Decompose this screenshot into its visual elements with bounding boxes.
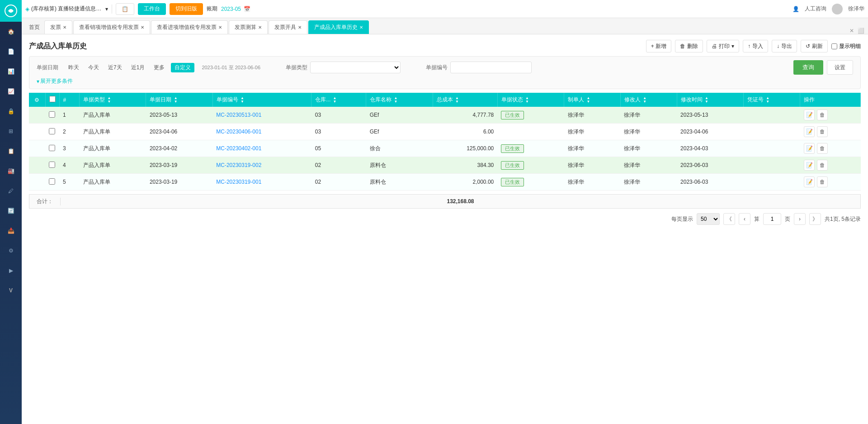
select-all-checkbox[interactable] [49, 96, 56, 102]
doc-no-link[interactable]: MC-20230319-002 [216, 162, 261, 168]
brand-dropdown-icon[interactable]: ▾ [105, 6, 108, 12]
delete-row-btn[interactable]: 🗑 [817, 176, 828, 187]
edit-btn[interactable]: 📝 [804, 176, 815, 187]
th-warehouse-code[interactable]: 仓库... ▲▼ [311, 93, 366, 107]
row-checkbox[interactable] [49, 111, 55, 118]
th-doc-date[interactable]: 单据日期 ▲▼ [146, 93, 212, 107]
tab-invoice[interactable]: 发票 ✕ [44, 20, 72, 34]
edit-btn[interactable]: 📝 [804, 126, 815, 137]
td-doc-no: MC-20230319-002 [212, 157, 311, 174]
print-btn[interactable]: 🖨 打印 ▾ [707, 40, 739, 52]
th-modify-time[interactable]: 修改时间 ▲▼ [677, 93, 743, 107]
edit-btn[interactable]: 📝 [804, 143, 815, 154]
prev-page-btn[interactable]: ‹ [739, 213, 750, 225]
sidebar-item-table[interactable]: 📋 [0, 141, 22, 161]
doc-no-input[interactable] [450, 62, 532, 73]
sidebar-item-warehouse[interactable]: 🏭 [0, 161, 22, 181]
shortcut-7days[interactable]: 近7天 [105, 63, 125, 72]
tab-sales-vat[interactable]: 查看销项增值税专用发票 ✕ [73, 20, 150, 34]
tab-invoice-close[interactable]: ✕ [63, 25, 66, 30]
td-check [45, 157, 59, 174]
delete-row-btn[interactable]: 🗑 [817, 126, 828, 137]
th-total-cost[interactable]: 总成本 ▲▼ [433, 93, 497, 107]
sidebar-item-vip[interactable]: V [0, 281, 22, 300]
period-calendar-icon[interactable]: 📅 [244, 6, 250, 12]
sidebar-item-document[interactable]: 📄 [0, 42, 22, 62]
import-btn[interactable]: ↑ 导入 [743, 40, 768, 52]
row-checkbox[interactable] [49, 145, 55, 151]
th-check[interactable] [45, 93, 59, 107]
first-page-btn[interactable]: 《 [723, 213, 735, 225]
per-page-select[interactable]: 50 100 200 [697, 213, 720, 225]
doc-no-link[interactable]: MC-20230406-001 [216, 129, 261, 135]
show-detail-checkbox[interactable] [831, 43, 837, 49]
help-label[interactable]: 人工咨询 [805, 5, 826, 13]
tab-invoice-calc[interactable]: 发票测算 ✕ [229, 20, 268, 34]
next-page-btn[interactable]: › [794, 213, 806, 225]
doc-type-select[interactable] [310, 62, 401, 73]
tab-home[interactable]: 首页 [25, 20, 43, 34]
page-input[interactable] [763, 213, 781, 225]
sidebar-item-download[interactable]: 📥 [0, 221, 22, 241]
sidebar-item-gear[interactable]: ⚙ [0, 241, 22, 261]
tab-sales-vat-close[interactable]: ✕ [141, 25, 144, 30]
doc-btn[interactable]: 📋 [116, 3, 134, 15]
workbench-btn[interactable]: 工作台 [138, 3, 166, 15]
show-detail-toggle[interactable]: 显示明细 [831, 43, 861, 50]
row-checkbox[interactable] [49, 128, 55, 134]
delete-btn[interactable]: 🗑 删除 [675, 40, 703, 52]
sidebar-item-cycle[interactable]: 🔄 [0, 201, 22, 221]
edit-btn[interactable]: 📝 [804, 160, 815, 171]
shortcut-1month[interactable]: 近1月 [128, 63, 148, 72]
shortcut-today[interactable]: 今天 [85, 63, 102, 72]
doc-no-link[interactable]: MC-20230513-001 [216, 112, 261, 118]
shortcut-yesterday[interactable]: 昨天 [66, 63, 82, 72]
td-setting [29, 124, 45, 140]
th-voucher-no[interactable]: 凭证号 ▲▼ [743, 93, 800, 107]
tab-product-history-close[interactable]: ✕ [359, 25, 363, 30]
tab-product-history[interactable]: 产成品入库单历史 ✕ [308, 20, 369, 34]
shortcut-custom[interactable]: 自定义 [171, 63, 194, 72]
refresh-btn[interactable]: ↺ 刷新 [801, 40, 828, 52]
switch-btn[interactable]: 切到旧版 [170, 3, 203, 15]
tab-invoice-open-close[interactable]: ✕ [298, 25, 302, 30]
user-name[interactable]: 徐泽华 [848, 5, 864, 13]
sidebar-item-home[interactable]: 🏠 [0, 22, 22, 42]
shortcut-more[interactable]: 更多 [151, 63, 167, 72]
tab-invoice-open[interactable]: 发票开具 ✕ [269, 20, 307, 34]
th-modifier[interactable]: 修改人 ▲▼ [620, 93, 677, 107]
row-checkbox[interactable] [49, 178, 55, 185]
setting-btn[interactable]: 设置 [827, 60, 853, 75]
export-btn[interactable]: ↓ 导出 [772, 40, 797, 52]
new-btn[interactable]: + 新增 [646, 40, 671, 52]
th-creator[interactable]: 制单人 ▲▼ [564, 93, 621, 107]
tab-invoice-calc-close[interactable]: ✕ [258, 25, 262, 30]
th-doc-no[interactable]: 单据编号 ▲▼ [212, 93, 311, 107]
th-setting[interactable]: ⚙ [29, 93, 45, 107]
tab-purchase-vat-close[interactable]: ✕ [218, 25, 222, 30]
th-doc-type[interactable]: 单据类型 ▲▼ [80, 93, 146, 107]
brand-text: (库存核算) 直播轻捷通信息技术股份... [31, 5, 104, 13]
sidebar-item-play[interactable]: ▶ [0, 261, 22, 281]
td-setting [29, 107, 45, 124]
expand-btn[interactable]: ▾ 展开更多条件 [37, 77, 853, 85]
sidebar-item-stamp[interactable]: 🖊 [0, 181, 22, 201]
close-all-tabs-btn[interactable]: ✕ [849, 28, 854, 34]
maximize-btn[interactable]: ⬜ [858, 28, 864, 34]
sidebar-item-grid[interactable]: ⊞ [0, 121, 22, 141]
delete-row-btn[interactable]: 🗑 [817, 160, 828, 171]
doc-no-link[interactable]: MC-20230402-001 [216, 145, 261, 152]
delete-row-btn[interactable]: 🗑 [817, 110, 828, 120]
sidebar-item-analytics[interactable]: 📈 [0, 81, 22, 101]
query-btn[interactable]: 查询 [793, 60, 823, 75]
sidebar-item-lock[interactable]: 🔒 [0, 101, 22, 121]
tab-purchase-vat[interactable]: 查看进项增值税专用发票 ✕ [151, 20, 228, 34]
sidebar-item-chart[interactable]: 📊 [0, 62, 22, 81]
edit-btn[interactable]: 📝 [804, 110, 815, 120]
delete-row-btn[interactable]: 🗑 [817, 143, 828, 154]
last-page-btn[interactable]: 》 [809, 213, 821, 225]
th-warehouse-name[interactable]: 仓库名称 ▲▼ [366, 93, 433, 107]
th-doc-status[interactable]: 单据状态 ▲▼ [497, 93, 564, 107]
doc-no-link[interactable]: MC-20230319-001 [216, 179, 261, 185]
row-checkbox[interactable] [49, 162, 55, 168]
